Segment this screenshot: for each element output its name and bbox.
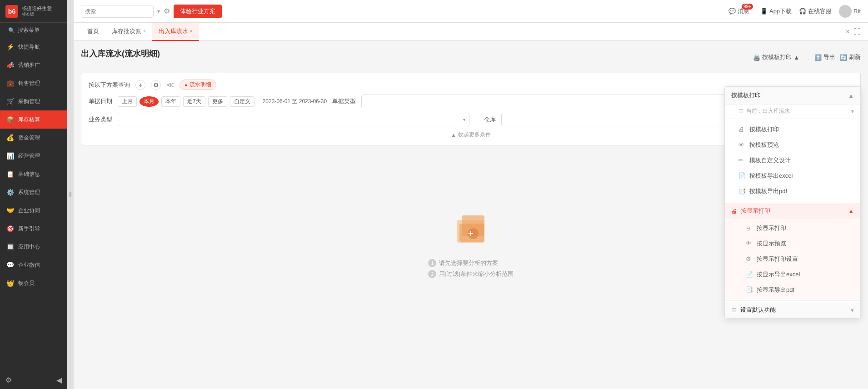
doc-type-label: 单据类型: [332, 97, 356, 105]
basic-icon: 📋: [5, 170, 15, 179]
sidebar-item-appcenter[interactable]: 🔲 应用中心: [0, 238, 67, 256]
separator1: …: [804, 54, 810, 61]
sidebar-item-guide[interactable]: 🎯 新手引导: [0, 219, 67, 238]
footer-chevron-icon[interactable]: ▾: [851, 307, 854, 314]
sidebar-item-enterprise[interactable]: 🤝 企业协同: [0, 201, 67, 219]
dropdown-item-template-excel[interactable]: 📄 按模板导出excel: [725, 168, 860, 184]
dropdown-section2-header[interactable]: 🖨 按显示打印 ▲: [725, 203, 860, 219]
empty-hints: 1 请先选择要分析的方案 2 用[过滤]条件来缩小分析范围: [428, 259, 513, 278]
item-display-excel-label: 按显示导出excel: [757, 270, 800, 279]
sales-label: 销售管理: [18, 80, 40, 87]
dropdown-item-display-pdf[interactable]: 📑 按显示导出pdf: [725, 282, 860, 298]
filter-tag-flow[interactable]: ● 流水明细: [180, 80, 216, 90]
gear-icon[interactable]: ⚙: [164, 7, 170, 15]
wechat-label: 企业微信: [18, 261, 40, 269]
item-display-preview-label: 按显示预览: [757, 239, 786, 248]
user-avatar-btn[interactable]: Rit: [839, 5, 861, 18]
collapse-icon[interactable]: ◀: [56, 376, 62, 384]
trial-btn[interactable]: 体验行业方案: [174, 5, 222, 18]
dropdown-item-display-print[interactable]: 🖨 按显示打印: [725, 220, 860, 236]
filter-add-btn[interactable]: +: [135, 80, 145, 90]
tab-home[interactable]: 首页: [81, 23, 105, 41]
dropdown-footer[interactable]: ☰ 设置默认功能 ▾: [725, 302, 860, 318]
online-service-btn[interactable]: 🎧 在线客服: [799, 7, 832, 15]
date-btn-more[interactable]: 更多: [208, 96, 227, 107]
sidebar-search[interactable]: 🔍 搜索菜单: [0, 23, 67, 38]
sidebar-bottom: ⚙ ◀: [0, 371, 67, 389]
tab-inout-flow-close[interactable]: ×: [190, 29, 193, 34]
sidebar-item-operations[interactable]: 📊 经营管理: [0, 147, 67, 165]
search-input[interactable]: [81, 5, 154, 18]
template-print-btn[interactable]: 🖨️ 按模板打印 ▲: [753, 53, 799, 61]
dropdown-item-template-print[interactable]: 🖨 按模板打印: [725, 122, 860, 137]
export-btn[interactable]: ⬆️ 导出: [814, 53, 835, 61]
sidebar-item-system[interactable]: ⚙️ 系统管理: [0, 183, 67, 201]
display-preview-icon: 👁: [746, 240, 753, 247]
date-btn-7days[interactable]: 近7天: [183, 96, 205, 107]
topbar-right: 💬 消息 99+ 📱 App下载 🎧 在线客服 Rit: [728, 5, 861, 18]
sidebar-item-inventory[interactable]: 📦 库存核算: [0, 110, 67, 129]
hint-item-1: 1 请先选择要分析的方案: [428, 259, 498, 267]
section-icon: ☰: [738, 108, 743, 115]
sidebar-item-purchase[interactable]: 🛒 采购管理: [0, 92, 67, 110]
sidebar-item-quick-nav[interactable]: ⚡ 快捷导航: [0, 38, 67, 56]
main-content: ▾ ⚙ 体验行业方案 💬 消息 99+ 📱 App下载 🎧 在线客服: [74, 0, 868, 389]
date-btn-this-year[interactable]: 本年: [161, 96, 180, 107]
dropdown-item-template-pdf[interactable]: 📑 按模板导出pdf: [725, 184, 860, 199]
export-icon: ⬆️: [814, 54, 822, 61]
item-display-print-label: 按显示打印: [757, 224, 786, 232]
settings-icon[interactable]: ⚙: [5, 376, 12, 384]
dropdown-header-chevron[interactable]: ▲: [848, 92, 854, 99]
filter-label: 按以下方案查询: [89, 81, 130, 89]
item-template-design-label: 模板自定义设计: [749, 156, 791, 165]
logo-icon: b6: [5, 5, 18, 18]
finance-icon: 💰: [5, 133, 15, 142]
filter-tag-icon[interactable]: ⚙: [151, 80, 161, 90]
refresh-btn[interactable]: 🔄 刷新: [840, 53, 861, 61]
tab-inout-flow[interactable]: 出入库流水 ×: [152, 23, 199, 41]
divider-1: [725, 119, 860, 119]
tab-expand-icon[interactable]: ⛶: [853, 28, 861, 36]
date-btn-custom[interactable]: 自定义: [230, 96, 254, 107]
sidebar-item-wechat[interactable]: 💬 企业微信: [0, 256, 67, 274]
sidebar-item-basic[interactable]: 📋 基础信息: [0, 165, 67, 183]
svg-rect-1: [71, 192, 72, 197]
sidebar-item-marketing[interactable]: 📣 营销推广: [0, 56, 67, 74]
current-arrow[interactable]: ▾: [851, 108, 854, 115]
display-print-icon: 🖨: [746, 224, 753, 232]
date-btn-this-month[interactable]: 本月: [140, 96, 159, 107]
excel-icon-1: 📄: [738, 172, 746, 180]
section2-header-label: 按显示打印: [741, 207, 770, 215]
tab-batch-account-close[interactable]: ×: [143, 29, 146, 34]
date-btn-prev-month[interactable]: 上月: [118, 96, 137, 107]
member-label: 畅会员: [18, 279, 35, 287]
filter-collapse-icon[interactable]: ≪: [166, 80, 174, 89]
dropdown-current: ☰ 当前：出入库流水 ▾: [725, 105, 860, 118]
chevron-down-icon[interactable]: ▾: [157, 8, 160, 15]
print-dropdown: 按模板打印 ▲ ☰ 当前：出入库流水 ▾ 🖨 按模板打印: [724, 86, 861, 318]
section2-chevron-icon[interactable]: ▲: [848, 208, 854, 214]
message-btn[interactable]: 💬 消息 99+: [728, 7, 749, 15]
tab-close-all-icon[interactable]: ×: [846, 28, 850, 36]
dropdown-item-template-design[interactable]: ✏ 模板自定义设计: [725, 153, 860, 168]
message-badge: 99+: [742, 4, 753, 10]
default-icon: ☰: [731, 307, 737, 314]
dropdown-item-display-preview[interactable]: 👁 按显示预览: [725, 236, 860, 251]
sidebar-item-finance[interactable]: 💰 资金管理: [0, 129, 67, 147]
dropdown-item-display-settings[interactable]: ⚙ 按显示打印设置: [725, 251, 860, 267]
biz-type-label: 业务类型: [89, 115, 112, 124]
dropdown-item-display-excel[interactable]: 📄 按显示导出excel: [725, 267, 860, 282]
tab-batch-account[interactable]: 库存批次账 ×: [105, 23, 152, 41]
preview-icon: 👁: [738, 141, 746, 149]
biz-type-select[interactable]: ▾: [118, 113, 469, 126]
app-download-btn[interactable]: 📱 App下载: [760, 7, 792, 15]
sidebar-scroll[interactable]: [67, 0, 74, 389]
page-content: 出入库流水(流水明细) 🖨️ 按模板打印 ▲ … ⬆️ 导出 🔄 刷新: [74, 41, 868, 389]
sidebar-item-member[interactable]: 👑 畅会员: [0, 274, 67, 292]
sidebar-search-label: 搜索菜单: [18, 26, 40, 34]
appcenter-icon: 🔲: [5, 242, 15, 251]
print-icon: 🖨: [738, 126, 746, 133]
dropdown-item-template-preview[interactable]: 👁 按模板预览: [725, 137, 860, 153]
biz-type-chevron-icon: ▾: [463, 117, 465, 122]
sidebar-item-sales[interactable]: 💼 销售管理: [0, 74, 67, 92]
